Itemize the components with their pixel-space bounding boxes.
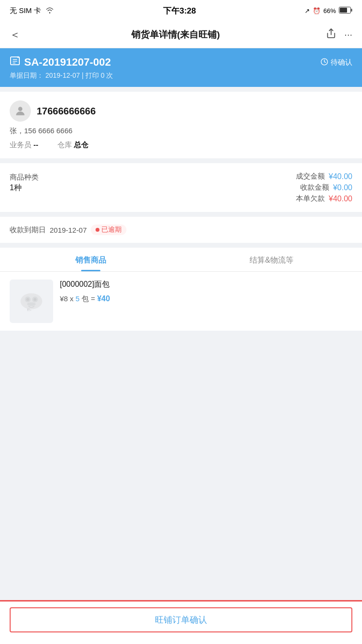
customer-info: 张，156 6666 6666 <box>10 126 352 136</box>
product-name: [0000002]面包 <box>60 280 352 290</box>
customer-phone: 17666666666 <box>37 106 96 117</box>
status-right: ↗ ⏰ 66% <box>305 7 352 15</box>
battery-label: 66% <box>323 7 336 14</box>
customer-card: 17666666666 张，156 6666 6666 业务员 -- 仓库 总仓 <box>0 92 362 158</box>
due-date-card: 收款到期日 2019-12-07 已逾期 <box>0 217 362 243</box>
nav-actions: ··· <box>326 28 352 41</box>
overdue-dot-icon <box>96 228 99 232</box>
back-button[interactable]: ＜ <box>10 28 25 42</box>
tab-sales-goods[interactable]: 销售商品 <box>0 248 181 271</box>
svg-point-13 <box>27 298 29 301</box>
summary-left: 商品种类 1种 <box>10 172 39 193</box>
clock-icon <box>320 58 328 67</box>
deal-amount: 成交金额 ¥40.00 <box>296 172 352 181</box>
received-amount: 收款金额 ¥0.00 <box>296 183 352 192</box>
order-status: 待确认 <box>320 58 352 67</box>
nav-bar: ＜ 销货单详情(来自旺铺) ··· <box>0 21 362 48</box>
wifi-icon <box>45 7 55 15</box>
order-header: SA-20191207-002 待确认 单据日期： 2019-12-07 | 打… <box>0 48 362 87</box>
product-list: 野+ [0000002]面包 ¥8 x 5 包 = ¥40 <box>0 272 362 331</box>
bottom-action-bar: 旺铺订单确认 <box>0 600 362 644</box>
svg-text:野+: 野+ <box>27 308 32 311</box>
salesperson-field: 业务员 -- <box>10 140 38 150</box>
svg-rect-2 <box>351 9 352 12</box>
battery-icon <box>339 7 352 15</box>
svg-rect-1 <box>340 8 347 13</box>
order-icon <box>10 56 20 69</box>
more-button[interactable]: ··· <box>344 29 352 40</box>
product-price-line: ¥8 x 5 包 = ¥40 <box>60 294 352 304</box>
svg-point-14 <box>34 298 37 301</box>
owed-amount: 本单欠款 ¥40.00 <box>296 194 352 203</box>
order-id: SA-20191207-002 <box>10 56 111 69</box>
confirm-order-button[interactable]: 旺铺订单确认 <box>10 607 352 632</box>
status-left: 无 SIM 卡 <box>10 6 55 15</box>
svg-point-10 <box>21 294 42 309</box>
location-icon: ↗ <box>305 7 310 14</box>
warehouse-field: 仓库 总仓 <box>57 140 88 150</box>
product-item: 野+ [0000002]面包 ¥8 x 5 包 = ¥40 <box>10 280 352 323</box>
share-button[interactable] <box>326 28 336 41</box>
order-date-line: 单据日期： 2019-12-07 | 打印 0 次 <box>10 71 352 80</box>
summary-card: 商品种类 1种 成交金额 ¥40.00 收款金额 ¥0.00 本单欠款 ¥40.… <box>0 163 362 212</box>
product-details: [0000002]面包 ¥8 x 5 包 = ¥40 <box>60 280 352 304</box>
content-area <box>0 331 362 476</box>
svg-point-9 <box>18 107 23 111</box>
customer-avatar <box>10 100 31 122</box>
status-bar: 无 SIM 卡 下午3:28 ↗ ⏰ 66% <box>0 0 362 21</box>
page-title: 销货单详情(来自旺铺) <box>25 28 326 41</box>
tabs-section: 销售商品 结算&物流等 野+ [0000002]面包 <box>0 248 362 331</box>
overdue-badge: 已逾期 <box>91 224 126 235</box>
summary-right: 成交金额 ¥40.00 收款金额 ¥0.00 本单欠款 ¥40.00 <box>296 172 352 203</box>
alarm-icon: ⏰ <box>313 7 320 14</box>
svg-point-15 <box>27 302 36 306</box>
status-time: 下午3:28 <box>163 5 196 16</box>
svg-rect-4 <box>11 57 19 65</box>
product-thumbnail: 野+ <box>10 280 53 323</box>
customer-meta: 业务员 -- 仓库 总仓 <box>10 140 352 150</box>
tab-settlement[interactable]: 结算&物流等 <box>181 248 362 271</box>
tabs-bar: 销售商品 结算&物流等 <box>0 248 362 272</box>
carrier-label: 无 SIM 卡 <box>10 6 41 15</box>
